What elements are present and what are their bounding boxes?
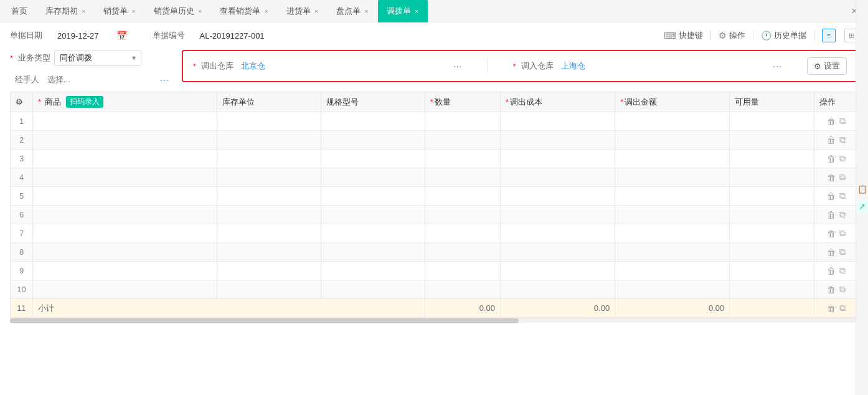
scroll-thumb[interactable] [10,318,519,323]
row-cost[interactable] [500,168,615,187]
row-qty[interactable] [425,224,500,243]
row-product[interactable] [33,206,217,224]
row-cost[interactable] [500,187,615,206]
row-spec[interactable] [321,112,425,131]
tab-inventory-init[interactable]: 库存期初 × [37,0,95,22]
delete-icon[interactable]: 🗑 [827,266,836,276]
row-amount[interactable] [615,187,730,206]
row-qty[interactable] [425,112,500,131]
row-cost[interactable] [500,280,615,299]
row-available[interactable] [730,150,814,168]
copy-icon[interactable]: ⧉ [839,303,846,313]
copy-icon[interactable]: ⧉ [839,265,846,276]
row-available[interactable] [730,187,814,206]
row-product[interactable] [33,168,217,187]
row-amount[interactable] [615,168,730,187]
row-qty[interactable] [425,131,500,150]
row-unit[interactable] [217,150,321,168]
copy-icon[interactable]: ⧉ [839,209,846,220]
row-product[interactable] [33,224,217,243]
warehouse-out-more-icon[interactable]: ··· [453,61,463,71]
tab-sales-order[interactable]: 销货单 × [95,0,144,22]
tab-view-sales[interactable]: 查看销货单 × [211,0,277,22]
row-product[interactable] [33,112,217,131]
calendar-icon[interactable]: 📅 [116,30,128,41]
row-available[interactable] [730,243,814,262]
row-available[interactable] [730,280,814,299]
row-qty[interactable] [425,243,500,262]
operations-button[interactable]: ⚙ 操作 [719,30,745,41]
settings-button[interactable]: ⚙ 设置 [807,57,847,75]
row-product[interactable] [33,187,217,206]
delete-icon[interactable]: 🗑 [827,154,836,164]
tab-transfer-close[interactable]: × [415,7,418,15]
row-qty[interactable] [425,206,500,224]
row-cost[interactable] [500,206,615,224]
row-cost[interactable] [500,150,615,168]
row-unit[interactable] [217,280,321,299]
row-available[interactable] [730,112,814,131]
row-amount[interactable] [615,224,730,243]
row-unit[interactable] [217,187,321,206]
handler-input[interactable] [43,72,156,87]
tab-purchase-close[interactable]: × [314,7,318,15]
delete-icon[interactable]: 🗑 [827,303,836,313]
row-unit[interactable] [217,131,321,150]
row-spec[interactable] [321,262,425,280]
row-product[interactable] [33,243,217,262]
tab-purchase[interactable]: 进货单 × [278,0,328,22]
tab-sales-history[interactable]: 销货单历史 × [145,0,211,22]
row-unit[interactable] [217,243,321,262]
row-qty[interactable] [425,280,500,299]
tab-inventory-check[interactable]: 盘点单 × [328,0,377,22]
shortcut-button[interactable]: ⌨ 快捷键 [664,30,703,41]
row-cost[interactable] [500,243,615,262]
row-spec[interactable] [321,131,425,150]
side-note-icon[interactable]: 📋 [856,183,869,195]
row-spec[interactable] [321,187,425,206]
business-type-select[interactable]: 同价调拨 ▾ [54,50,141,66]
copy-icon[interactable]: ⧉ [839,153,846,164]
delete-icon[interactable]: 🗑 [827,173,836,183]
row-amount[interactable] [615,150,730,168]
layout-list-button[interactable]: ≡ [822,29,836,42]
row-cost[interactable] [500,112,615,131]
row-unit[interactable] [217,224,321,243]
row-spec[interactable] [321,280,425,299]
row-spec[interactable] [321,150,425,168]
row-qty[interactable] [425,168,500,187]
delete-icon[interactable]: 🗑 [827,135,836,145]
copy-icon[interactable]: ⧉ [839,172,846,183]
col-header-gear[interactable]: ⚙ [11,92,33,112]
tab-home[interactable]: 首页 [2,0,37,22]
tab-view-sales-close[interactable]: × [264,7,268,15]
scan-button[interactable]: 扫码录入 [66,96,103,108]
copy-icon[interactable]: ⧉ [839,247,846,257]
row-amount[interactable] [615,280,730,299]
copy-icon[interactable]: ⧉ [839,228,846,239]
row-available[interactable] [730,224,814,243]
tab-transfer[interactable]: 调拨单 × [378,0,428,22]
row-amount[interactable] [615,243,730,262]
row-amount[interactable] [615,262,730,280]
copy-icon[interactable]: ⧉ [839,135,846,145]
copy-icon[interactable]: ⧉ [839,284,846,295]
row-qty[interactable] [425,150,500,168]
scroll-bar-area[interactable] [10,318,858,323]
row-cost[interactable] [500,224,615,243]
row-spec[interactable] [321,168,425,187]
row-unit[interactable] [217,112,321,131]
row-spec[interactable] [321,206,425,224]
row-unit[interactable] [217,206,321,224]
row-amount[interactable] [615,131,730,150]
handler-more-icon[interactable]: ··· [160,75,169,85]
row-cost[interactable] [500,131,615,150]
warehouse-in-more-icon[interactable]: ··· [773,61,782,71]
copy-icon[interactable]: ⧉ [839,116,846,126]
row-product[interactable] [33,150,217,168]
row-product[interactable] [33,262,217,280]
row-spec[interactable] [321,243,425,262]
row-qty[interactable] [425,262,500,280]
row-amount[interactable] [615,112,730,131]
row-product[interactable] [33,131,217,150]
